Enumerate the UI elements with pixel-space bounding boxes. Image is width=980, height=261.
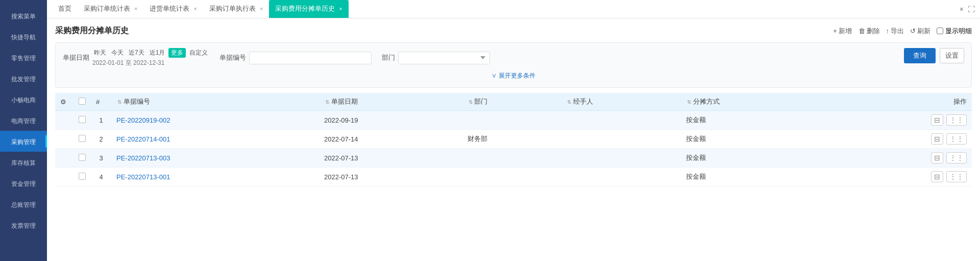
row-dept-2 <box>462 149 561 168</box>
row-num-0: 1 <box>91 111 111 130</box>
doc-no-filter-group: 单据编号 <box>219 48 372 67</box>
row-checkbox-3[interactable] <box>79 173 86 180</box>
custom-shortcut[interactable]: 自定义 <box>188 48 209 58</box>
yesterday-shortcut[interactable]: 昨天 <box>92 48 108 58</box>
add-button[interactable]: + 新增 <box>833 27 852 36</box>
row-edit-btn-3[interactable]: ⊟ <box>931 171 943 182</box>
select-all-checkbox[interactable] <box>79 98 86 105</box>
row-check-0[interactable] <box>74 111 91 130</box>
doc-no-input[interactable] <box>249 52 372 64</box>
sidebar-item-mobile[interactable]: 小畅电商 <box>0 89 47 110</box>
table-col-split-method[interactable]: ⇅ 分摊方式 <box>681 93 823 111</box>
sort-split-method-icon: ⇅ <box>687 99 691 105</box>
sidebar-label-wholesale: 批发管理 <box>3 75 44 84</box>
sidebar-item-invoice[interactable]: 发票管理 <box>0 215 47 235</box>
row-num-2: 3 <box>91 149 111 168</box>
date-filter-group: 单据日期 昨天 今天 近7天 近1月 更多 自定义 2022-01-01 至 2… <box>63 48 209 67</box>
row-doc-no-link-0[interactable]: PE-20220919-002 <box>116 116 170 124</box>
last1month-shortcut[interactable]: 近1月 <box>148 48 167 58</box>
close-window-icon[interactable]: × <box>960 5 964 13</box>
sort-handler-icon: ⇅ <box>567 99 571 105</box>
sidebar-label-ecommerce: 电商管理 <box>3 117 44 126</box>
table-col-dept[interactable]: ⇅ 部门 <box>462 93 561 111</box>
row-doc-no-link-1[interactable]: PE-20220714-001 <box>116 135 170 143</box>
tab-purchase-order-exec[interactable]: 采购订单执行表× <box>203 0 269 18</box>
row-doc-no-1: PE-20220714-001 <box>111 130 319 149</box>
sidebar-item-retail[interactable]: 零售管理 <box>0 47 47 68</box>
table-col-doc-date[interactable]: ⇅ 单据日期 <box>319 93 462 111</box>
last7days-shortcut[interactable]: 近7天 <box>127 48 146 58</box>
today-shortcut[interactable]: 今天 <box>110 48 125 58</box>
row-checkbox-2[interactable] <box>79 154 86 161</box>
more-shortcut[interactable]: 更多 <box>168 48 186 58</box>
sidebar: 搜索菜单快捷导航零售管理批发管理小畅电商电商管理采购管理库存核算资金管理总账管理… <box>0 0 47 261</box>
row-doc-no-link-3[interactable]: PE-20220713-001 <box>116 173 170 181</box>
row-settings-1 <box>55 130 74 149</box>
show-columns-checkbox-label[interactable]: 显示明细 <box>937 27 972 36</box>
maximize-icon[interactable]: ⛶ <box>968 5 975 13</box>
show-columns-checkbox[interactable] <box>937 28 943 34</box>
row-doc-no-3: PE-20220713-001 <box>111 168 319 186</box>
row-edit-btn-1[interactable]: ⊟ <box>931 133 943 145</box>
sidebar-item-finance[interactable]: 资金管理 <box>0 173 47 194</box>
row-more-btn-2[interactable]: ⋮⋮ <box>946 152 967 163</box>
row-handler-3 <box>561 168 681 186</box>
row-edit-btn-0[interactable]: ⊟ <box>931 114 943 126</box>
sidebar-item-accounting[interactable]: 总账管理 <box>0 194 47 215</box>
sidebar-item-quick[interactable]: 快捷导航 <box>0 26 47 47</box>
row-check-3[interactable] <box>74 168 91 186</box>
tab-close-purchase-cost-history[interactable]: × <box>339 6 342 12</box>
tab-close-purchase-order-stats[interactable]: × <box>134 6 137 12</box>
sidebar-label-search: 搜索菜单 <box>3 12 44 21</box>
table-row: 2 PE-20220714-001 2022-07-14 财务部 按金额 ⊟ ⋮… <box>55 130 972 149</box>
refresh-button[interactable]: ↺ 刷新 <box>910 27 930 36</box>
tab-actions: × ⛶ <box>960 5 975 13</box>
dept-label: 部门 <box>382 53 395 62</box>
row-more-btn-0[interactable]: ⋮⋮ <box>946 114 967 126</box>
dept-select[interactable]: 财务部 <box>398 52 490 64</box>
row-checkbox-0[interactable] <box>79 116 86 123</box>
date-range-display: 2022-01-01 至 2022-12-31 <box>92 59 209 67</box>
delete-button[interactable]: 🗑 删除 <box>859 27 880 36</box>
table-col-doc-no[interactable]: ⇅ 单据编号 <box>111 93 319 111</box>
sidebar-label-quick: 快捷导航 <box>3 33 44 42</box>
table-col-action: 操作 <box>823 93 972 111</box>
row-checkbox-1[interactable] <box>79 135 86 142</box>
table-header: ⚙ # ⇅ 单据编号 ⇅ 单据日期 ⇅ 部门 <box>55 93 972 111</box>
row-split-method-3: 按金额 <box>681 168 823 186</box>
sidebar-item-purchase[interactable]: 采购管理 <box>0 131 47 152</box>
tab-purchase-order-stats[interactable]: 采购订单统计表× <box>78 0 143 18</box>
row-doc-no-link-2[interactable]: PE-20220713-003 <box>116 154 170 162</box>
row-more-btn-1[interactable]: ⋮⋮ <box>946 133 967 145</box>
table-col-handler[interactable]: ⇅ 经手人 <box>561 93 681 111</box>
sort-doc-date-icon: ⇅ <box>325 99 329 105</box>
tab-home[interactable]: 首页 <box>52 0 78 18</box>
tab-close-receipt-stats[interactable]: × <box>193 6 197 12</box>
query-button[interactable]: 查询 <box>904 48 936 63</box>
row-more-btn-3[interactable]: ⋮⋮ <box>946 171 967 182</box>
header-actions: + 新增 🗑 删除 ↑ 导出 ↺ 刷新 显示明细 <box>833 27 972 36</box>
table-row: 3 PE-20220713-003 2022-07-13 按金额 ⊟ ⋮⋮ <box>55 149 972 168</box>
export-button[interactable]: ↑ 导出 <box>886 27 904 36</box>
row-split-method-0: 按金额 <box>681 111 823 130</box>
filter-settings-button[interactable]: 设置 <box>940 48 964 63</box>
tab-close-purchase-order-exec[interactable]: × <box>260 6 263 12</box>
sidebar-item-inventory[interactable]: 库存核算 <box>0 152 47 173</box>
tab-purchase-cost-history[interactable]: 采购费用分摊单历史× <box>269 0 348 18</box>
tab-receipt-stats[interactable]: 进货单统计表× <box>143 0 203 18</box>
row-check-2[interactable] <box>74 149 91 168</box>
sidebar-item-ecommerce[interactable]: 电商管理 <box>0 110 47 131</box>
expand-more-button[interactable]: ∨ 展开更多条件 <box>63 69 964 82</box>
sidebar-item-wholesale[interactable]: 批发管理 <box>0 68 47 89</box>
row-actions-3: ⊟ ⋮⋮ <box>823 168 972 186</box>
sidebar-label-accounting: 总账管理 <box>3 201 44 209</box>
table-body: 1 PE-20220919-002 2022-09-19 按金额 ⊟ ⋮⋮ 2 … <box>55 111 972 186</box>
sidebar-label-purchase: 采购管理 <box>3 138 44 147</box>
table-col-settings[interactable]: ⚙ <box>55 93 74 111</box>
row-edit-btn-2[interactable]: ⊟ <box>931 152 943 163</box>
row-doc-date-0: 2022-09-19 <box>319 111 462 130</box>
tab-label-receipt-stats: 进货单统计表 <box>150 4 189 13</box>
sidebar-item-search[interactable]: 搜索菜单 <box>0 5 47 26</box>
row-check-1[interactable] <box>74 130 91 149</box>
main-content: 首页采购订单统计表×进货单统计表×采购订单执行表×采购费用分摊单历史× × ⛶ … <box>47 0 980 261</box>
